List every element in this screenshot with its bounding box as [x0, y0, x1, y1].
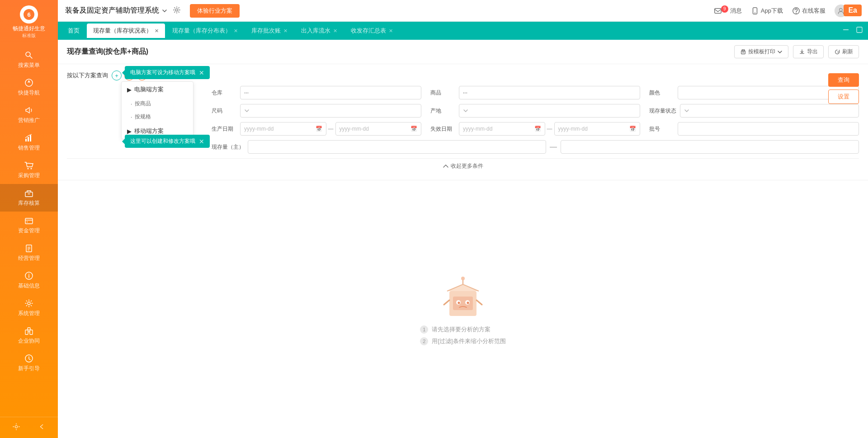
tab-inout-flow[interactable]: 出入库流水 ✕ [295, 24, 344, 38]
sidebar-item-operations[interactable]: 经营管理 [0, 239, 58, 267]
sidebar-item-basic[interactable]: 基础信息 [0, 267, 58, 294]
production-start-calendar-icon[interactable]: 📅 [316, 126, 322, 132]
tab-batch[interactable]: 库存批次账 ✕ [245, 24, 294, 38]
reset-btn[interactable]: 设置 [828, 89, 859, 104]
expiry-start-calendar-icon[interactable]: 📅 [534, 126, 541, 132]
message-icon [714, 7, 722, 15]
svg-text:6: 6 [27, 11, 30, 18]
tab-inventory-status-close[interactable]: ✕ [155, 28, 159, 34]
settings-footer-icon[interactable] [12, 423, 20, 433]
guide-icon [24, 354, 33, 363]
warehouse-select[interactable]: ··· [240, 86, 421, 99]
scheme-desktop[interactable]: ▶ 电脑端方案 [122, 82, 193, 97]
tab-inventory-status[interactable]: 现存量（库存状况表） ✕ [87, 24, 165, 38]
filter-row-3: 生产日期 yyyy-mm-dd 📅 — yyyy-mm-dd 📅 [212, 122, 859, 136]
tab-inventory-dist[interactable]: 现存量（库存分布表） ✕ [166, 24, 244, 38]
sidebar-item-guide[interactable]: 新手引导 [0, 349, 58, 377]
tab-collect-summary-close[interactable]: ✕ [389, 28, 393, 34]
warehouse-label: 仓库 [212, 89, 236, 97]
production-date-start[interactable]: yyyy-mm-dd 📅 [240, 122, 326, 136]
export-btn[interactable]: 导出 [793, 45, 824, 58]
online-support-item[interactable]: 在线客服 [792, 7, 826, 15]
filter-size: 尺码 [212, 104, 421, 118]
svg-rect-25 [30, 330, 33, 334]
sidebar-item-quick[interactable]: 快捷导航 [0, 74, 58, 101]
expiry-date-start-placeholder: yyyy-mm-dd [463, 126, 492, 132]
page-header: 现存量查询(按仓库+商品) 按模板打印 导出 刷新 [58, 40, 868, 64]
settings-icon[interactable] [173, 6, 181, 16]
filter-warehouse: 仓库 ··· [212, 86, 421, 99]
tooltip-scheme-edit: 这里可以创建和修改方案哦 ✕ [125, 135, 210, 148]
tab-maximize-icon[interactable] [854, 25, 864, 37]
scheme-sub-product[interactable]: · 按商品 [122, 97, 193, 110]
product-select[interactable]: ··· [459, 86, 640, 99]
topbar-right: 9 消息 App下载 在线客服 用户 [714, 5, 861, 17]
tab-collect-summary[interactable]: 收发存汇总表 ✕ [344, 24, 399, 38]
sidebar-item-purchase[interactable]: 采购管理 [0, 156, 58, 184]
sidebar-item-system[interactable]: 系统管理 [0, 294, 58, 322]
expiry-date-start[interactable]: yyyy-mm-dd 📅 [459, 122, 545, 136]
collapse-sidebar-icon[interactable] [38, 423, 46, 433]
scheme-sub-spec-label: 按规格 [135, 113, 151, 121]
export-label: 导出 [807, 48, 818, 56]
svg-rect-42 [453, 297, 473, 310]
sidebar-item-inventory[interactable]: 库存核算 [0, 184, 58, 212]
template-print-btn[interactable]: 按模板打印 [734, 45, 788, 58]
sidebar-item-sales[interactable]: 销售管理 [0, 129, 58, 156]
support-icon [792, 7, 800, 15]
expiry-end-calendar-icon[interactable]: 📅 [629, 126, 636, 132]
tooltip-scheme-edit-close[interactable]: ✕ [199, 138, 204, 145]
empty-step-2: 2 用[过滤]条件来缩小分析范围 [420, 337, 505, 345]
scheme-sub-product-bullet: · [131, 101, 132, 107]
sidebar-item-search[interactable]: 搜索菜单 [0, 46, 58, 74]
system-title: 装备及固定资产辅助管理系统 [65, 6, 159, 15]
finance-icon [24, 216, 33, 225]
filter-collapse-btn[interactable]: 收起更多条件 [67, 158, 859, 174]
origin-chevron [463, 108, 468, 113]
tooltip-scheme-mobile-close[interactable]: ✕ [199, 69, 204, 76]
sidebar-item-enterprise[interactable]: 企业协同 [0, 322, 58, 349]
tab-inventory-status-label: 现存量（库存状况表） [93, 27, 152, 35]
svg-point-46 [467, 302, 469, 304]
app-download-item[interactable]: App下载 [751, 7, 783, 15]
stock-status-select[interactable] [680, 104, 859, 118]
ea-badge: Ea [844, 5, 862, 16]
svg-line-49 [444, 300, 449, 305]
tab-inout-flow-close[interactable]: ✕ [333, 28, 337, 34]
inventory-icon [24, 188, 33, 198]
tab-home[interactable]: 首页 [61, 24, 86, 38]
tab-home-label: 首页 [68, 27, 80, 35]
gear-icon [24, 299, 33, 308]
logo-text: 畅捷通好生意 [13, 25, 45, 33]
refresh-btn[interactable]: 刷新 [828, 45, 859, 58]
sidebar-label-enterprise: 企业协同 [18, 337, 40, 345]
production-end-calendar-icon[interactable]: 📅 [410, 126, 417, 132]
add-scheme-btn[interactable]: + [112, 71, 122, 80]
production-date-end[interactable]: yyyy-mm-dd 📅 [335, 122, 422, 136]
message-item[interactable]: 9 消息 [714, 7, 742, 15]
tab-inventory-dist-close[interactable]: ✕ [234, 28, 238, 34]
filter-row-2: 尺码 产地 现存量状态 [212, 104, 859, 118]
cart-icon [24, 161, 33, 170]
system-title-select[interactable]: 装备及固定资产辅助管理系统 [65, 6, 167, 15]
size-select[interactable] [240, 104, 421, 118]
expiry-date-end[interactable]: yyyy-mm-dd 📅 [554, 122, 641, 136]
svg-point-34 [796, 13, 797, 14]
tab-batch-label: 库存批次账 [251, 27, 281, 35]
trial-btn[interactable]: 体验行业方案 [190, 4, 240, 18]
scheme-sub-spec[interactable]: · 按规格 [122, 110, 193, 123]
warehouse-chevron [412, 90, 417, 95]
origin-select[interactable] [459, 104, 640, 118]
sidebar-item-finance[interactable]: 资金管理 [0, 212, 58, 239]
batch-input[interactable] [678, 122, 859, 136]
print-icon [740, 49, 746, 55]
tab-batch-close[interactable]: ✕ [283, 28, 288, 34]
search-btn[interactable]: 查询 [828, 73, 859, 87]
sidebar-item-marketing[interactable]: 营销推广 [0, 101, 58, 129]
stock-main-input-min[interactable] [248, 140, 546, 154]
tab-minimize-icon[interactable] [841, 25, 851, 37]
product-label: 商品 [430, 89, 455, 97]
stock-main-input-max[interactable] [561, 140, 859, 154]
filter-row-1: 仓库 ··· 商品 ··· 颜 [212, 86, 859, 99]
logo-area: 6 畅捷通好生意 标准版 [0, 0, 58, 42]
